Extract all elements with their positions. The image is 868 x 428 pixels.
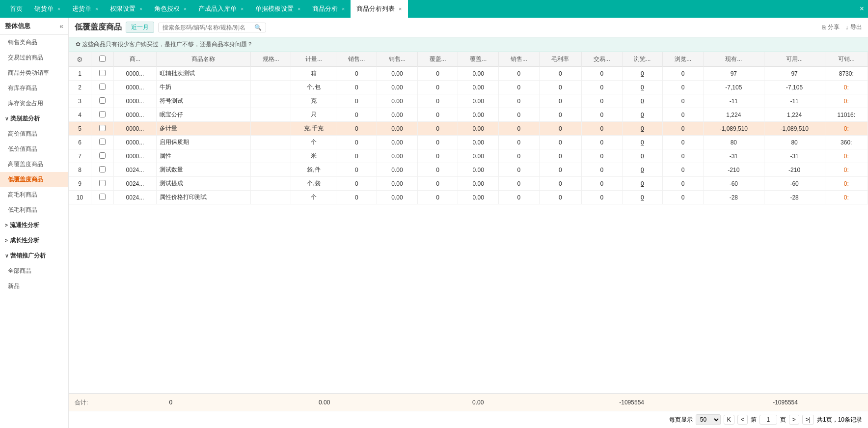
nav-tab-analysis-list[interactable]: 商品分析列表 × bbox=[351, 0, 407, 18]
sidebar-group-marketing[interactable]: ∨营销推广分析 bbox=[0, 248, 68, 263]
sidebar-item-stock-products[interactable]: 有库存商品 bbox=[0, 81, 68, 96]
row-checkbox[interactable] bbox=[91, 136, 113, 149]
search-icon[interactable]: 🔍 bbox=[254, 24, 262, 31]
row-spec bbox=[250, 81, 291, 94]
row-name: 启用保质期 bbox=[157, 136, 251, 149]
sidebar-item-low-coverage[interactable]: 低覆盖度商品 bbox=[0, 172, 68, 187]
browse-link[interactable]: 0 bbox=[641, 84, 644, 91]
sidebar-item-new-products[interactable]: 新品 bbox=[0, 279, 68, 294]
row-code: 0024... bbox=[113, 177, 156, 191]
row-checkbox[interactable] bbox=[91, 149, 113, 163]
sidebar-item-all-products[interactable]: 全部商品 bbox=[0, 263, 68, 279]
row-checkbox[interactable] bbox=[91, 122, 113, 136]
row-browse1[interactable]: 0 bbox=[622, 67, 663, 81]
close-templates-icon[interactable]: × bbox=[298, 6, 300, 12]
nav-tab-roles[interactable]: 角色授权 × bbox=[148, 0, 192, 18]
col-code: 商... bbox=[113, 52, 156, 67]
nav-tab-home[interactable]: 首页 bbox=[4, 0, 28, 18]
row-select-checkbox[interactable] bbox=[99, 111, 106, 117]
browse-link[interactable]: 0 bbox=[641, 139, 644, 146]
page-size-select[interactable]: 20 50 100 bbox=[696, 414, 721, 425]
row-checkbox[interactable] bbox=[91, 177, 113, 191]
row-select-checkbox[interactable] bbox=[99, 125, 106, 131]
row-browse1[interactable]: 0 bbox=[622, 149, 663, 163]
close-analysis-icon[interactable]: × bbox=[342, 6, 345, 12]
sidebar-item-traded-products[interactable]: 交易过的商品 bbox=[0, 50, 68, 65]
row-browse1[interactable]: 0 bbox=[622, 122, 663, 136]
row-select-checkbox[interactable] bbox=[99, 84, 106, 90]
browse-link[interactable]: 0 bbox=[641, 153, 644, 160]
close-products-icon[interactable]: × bbox=[241, 6, 244, 12]
search-input[interactable] bbox=[163, 24, 254, 31]
browse-link[interactable]: 0 bbox=[641, 167, 644, 173]
sidebar-item-sales-products[interactable]: 销售类商品 bbox=[0, 35, 68, 50]
sidebar-group-category[interactable]: ∨类别差分析 bbox=[0, 111, 68, 126]
row-browse1[interactable]: 0 bbox=[622, 136, 663, 149]
browse-link[interactable]: 0 bbox=[641, 112, 644, 118]
close-purchase-icon[interactable]: × bbox=[95, 6, 98, 12]
row-select-checkbox[interactable] bbox=[99, 152, 106, 159]
sidebar-item-low-profit[interactable]: 低毛利商品 bbox=[0, 202, 68, 218]
search-box[interactable]: 🔍 bbox=[158, 23, 266, 32]
sidebar-item-high-profit[interactable]: 高毛利商品 bbox=[0, 187, 68, 202]
page-number-input[interactable] bbox=[760, 415, 777, 425]
browse-link[interactable]: 0 bbox=[641, 125, 644, 132]
browse-link[interactable]: 0 bbox=[641, 70, 644, 77]
row-browse1[interactable]: 0 bbox=[622, 191, 663, 204]
row-checkbox[interactable] bbox=[91, 94, 113, 108]
row-browse1[interactable]: 0 bbox=[622, 177, 663, 191]
row-checkbox[interactable] bbox=[91, 163, 113, 177]
sidebar-collapse-button[interactable]: « bbox=[59, 22, 63, 30]
sidebar-item-stock-capital[interactable]: 库存资金占用 bbox=[0, 96, 68, 111]
row-checkbox[interactable] bbox=[91, 191, 113, 204]
row-select-checkbox[interactable] bbox=[99, 70, 106, 76]
close-permissions-icon[interactable]: × bbox=[139, 6, 142, 12]
filter-period-button[interactable]: 近一月 bbox=[126, 22, 154, 33]
select-all-checkbox[interactable] bbox=[99, 56, 106, 62]
prev-page-button[interactable]: < bbox=[737, 415, 748, 425]
nav-tab-templates[interactable]: 单据模板设置 × bbox=[249, 0, 306, 18]
share-button[interactable]: ⎘ 分享 bbox=[822, 23, 840, 31]
sidebar-group-liquidity[interactable]: >流通性分析 bbox=[0, 218, 68, 233]
row-select-checkbox[interactable] bbox=[99, 139, 106, 145]
row-select-checkbox[interactable] bbox=[99, 166, 106, 172]
row-current: -31 bbox=[703, 149, 764, 163]
last-page-button[interactable]: >| bbox=[802, 415, 814, 425]
sidebar-item-low-value[interactable]: 低价值商品 bbox=[0, 142, 68, 157]
nav-tab-products[interactable]: 产成品入库单 × bbox=[192, 0, 249, 18]
sidebar-item-high-value[interactable]: 高价值商品 bbox=[0, 126, 68, 142]
close-sales-icon[interactable]: × bbox=[57, 6, 60, 12]
row-select-checkbox[interactable] bbox=[99, 180, 106, 186]
row-browse1[interactable]: 0 bbox=[622, 94, 663, 108]
col-settings[interactable]: ⚙ bbox=[69, 52, 91, 67]
nav-tab-permissions[interactable]: 权限设置 × bbox=[104, 0, 148, 18]
sidebar-item-category-rate[interactable]: 商品分类动销率 bbox=[0, 65, 68, 81]
nav-tab-analysis[interactable]: 商品分析 × bbox=[306, 0, 351, 18]
sidebar-group-growth[interactable]: >成长性分析 bbox=[0, 233, 68, 248]
sidebar-item-high-coverage[interactable]: 高覆盖度商品 bbox=[0, 157, 68, 172]
row-checkbox[interactable] bbox=[91, 67, 113, 81]
browse-link[interactable]: 0 bbox=[641, 194, 644, 201]
row-code: 0000... bbox=[113, 122, 156, 136]
settings-icon[interactable]: ⚙ bbox=[77, 56, 83, 63]
export-button[interactable]: ↓ 导出 bbox=[845, 23, 862, 31]
row-select-checkbox[interactable] bbox=[99, 194, 106, 200]
browse-link[interactable]: 0 bbox=[641, 98, 644, 105]
close-roles-icon[interactable]: × bbox=[184, 6, 187, 12]
nav-tab-purchase[interactable]: 进货单 × bbox=[66, 0, 104, 18]
close-analysis-list-icon[interactable]: × bbox=[399, 6, 402, 12]
window-close-button[interactable]: × bbox=[860, 4, 864, 13]
nav-tab-sales[interactable]: 销货单 × bbox=[28, 0, 66, 18]
row-browse1[interactable]: 0 bbox=[622, 81, 663, 94]
row-browse1[interactable]: 0 bbox=[622, 108, 663, 122]
row-checkbox[interactable] bbox=[91, 81, 113, 94]
marketing-group-arrow: ∨ bbox=[5, 253, 8, 258]
row-select-checkbox[interactable] bbox=[99, 97, 106, 104]
row-sales-qty: 0 bbox=[336, 177, 377, 191]
first-page-button[interactable]: K bbox=[724, 415, 734, 425]
next-page-button[interactable]: > bbox=[789, 415, 799, 425]
row-unit: 克,千克 bbox=[291, 122, 336, 136]
row-checkbox[interactable] bbox=[91, 108, 113, 122]
row-browse1[interactable]: 0 bbox=[622, 163, 663, 177]
browse-link[interactable]: 0 bbox=[641, 180, 644, 187]
